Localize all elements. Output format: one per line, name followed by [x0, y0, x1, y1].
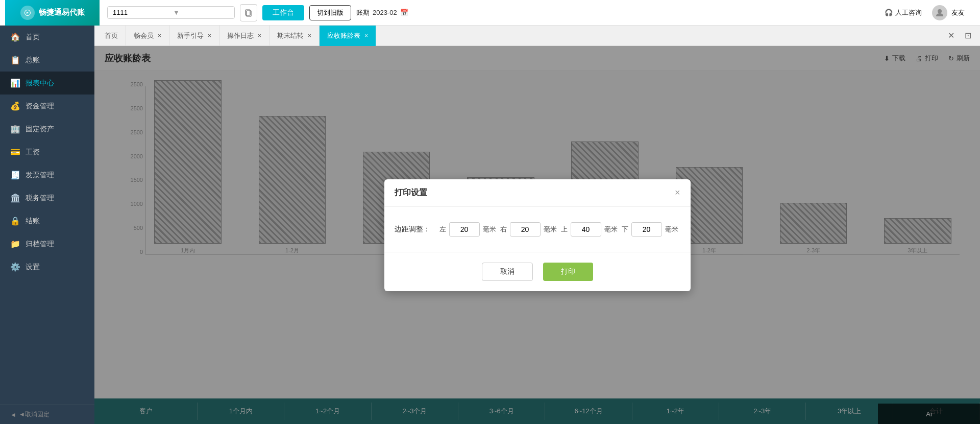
- right-margin-input[interactable]: [510, 222, 541, 237]
- settings-icon: ⚙️: [10, 262, 20, 272]
- sidebar-label-settings: 设置: [26, 263, 40, 272]
- avatar: [932, 5, 947, 20]
- header-middle: 1111 ▼ 工作台 切到旧版 账期 2023-02 📅: [100, 4, 885, 21]
- sidebar-item-tax[interactable]: 🏛️ 税务管理: [0, 186, 94, 209]
- collapse-sidebar-button[interactable]: ◄ ◄取消固定: [0, 405, 94, 424]
- expand-tab-button[interactable]: ⊡: [961, 29, 975, 43]
- modal-title: 打印设置: [395, 187, 427, 198]
- sidebar-item-close[interactable]: 🔒 结账: [0, 209, 94, 232]
- logo-icon: [20, 6, 35, 20]
- sidebar-scroll: 🏠 首页 📋 总账 📊 报表中心 💰 资金管理 🏢 固定资产 💳 工资: [0, 26, 94, 405]
- tab-oplog-close[interactable]: ×: [258, 32, 261, 39]
- calendar-icon[interactable]: 📅: [400, 9, 408, 16]
- margin-label: 边距调整：: [395, 225, 430, 234]
- logo-text: 畅捷通易代账: [39, 8, 85, 17]
- bottom-margin-input[interactable]: [631, 222, 662, 237]
- sidebar-item-home[interactable]: 🏠 首页: [0, 26, 94, 49]
- tab-period-close-close[interactable]: ×: [308, 32, 311, 39]
- close-tab-button[interactable]: ✕: [944, 29, 958, 43]
- tab-oplog[interactable]: 操作日志 ×: [219, 26, 270, 46]
- tab-home[interactable]: 首页: [97, 26, 126, 46]
- sidebar-item-settings[interactable]: ⚙️ 设置: [0, 255, 94, 278]
- archive-icon: 📁: [10, 239, 20, 249]
- tab-home-label: 首页: [105, 31, 118, 40]
- tab-oplog-label: 操作日志: [227, 31, 254, 40]
- company-select[interactable]: 1111 ▼: [107, 6, 235, 19]
- logo: 畅捷通易代账: [5, 0, 100, 26]
- sidebar-item-funds[interactable]: 💰 资金管理: [0, 95, 94, 117]
- tab-guide[interactable]: 新手引导 ×: [169, 26, 219, 46]
- tab-guide-close[interactable]: ×: [208, 32, 211, 39]
- dropdown-arrow-icon: ▼: [173, 9, 229, 16]
- salary-icon: 💳: [10, 147, 20, 157]
- header-right: 🎧 人工咨询 友友: [885, 5, 975, 20]
- sidebar-item-assets[interactable]: 🏢 固定资产: [0, 117, 94, 140]
- tab-bar: 首页 畅会员 × 新手引导 × 操作日志 × 期末结转 × 应收账龄表 ×: [94, 26, 980, 46]
- margin-left-group: 左 毫米: [439, 222, 496, 237]
- assets-icon: 🏢: [10, 124, 20, 134]
- reports-icon: 📊: [10, 78, 20, 88]
- sidebar-item-archive[interactable]: 📁 归档管理: [0, 232, 94, 255]
- user-info[interactable]: 友友: [932, 5, 965, 20]
- period-value: 2023-02: [373, 9, 397, 16]
- sidebar-label-close: 结账: [26, 217, 40, 226]
- tab-period-close[interactable]: 期末结转 ×: [270, 26, 320, 46]
- margin-bottom-group: 下 毫米: [622, 222, 678, 237]
- main-layout: 🏠 首页 📋 总账 📊 报表中心 💰 资金管理 🏢 固定资产 💳 工资: [0, 26, 980, 424]
- tab-member-label: 畅会员: [134, 31, 154, 40]
- top-margin-input[interactable]: [571, 222, 601, 237]
- right-unit: 毫米: [544, 225, 557, 234]
- tab-actions: ✕ ⊡: [944, 29, 977, 43]
- top-header: 畅捷通易代账 1111 ▼ 工作台 切到旧版 账期 2023-02 📅 🎧 人工…: [0, 0, 980, 26]
- sidebar-label-tax: 税务管理: [26, 194, 54, 203]
- home-icon: 🏠: [10, 32, 20, 42]
- collapse-label: ◄取消固定: [19, 410, 50, 419]
- sidebar-label-invoice: 发票管理: [26, 171, 54, 180]
- modal-header: 打印设置 ×: [384, 179, 691, 207]
- tab-aging-label: 应收账龄表: [327, 31, 360, 40]
- consult-button[interactable]: 🎧 人工咨询: [885, 8, 922, 17]
- tab-member[interactable]: 畅会员 ×: [126, 26, 169, 46]
- period-label: 账期: [356, 8, 370, 17]
- margin-settings-row: 边距调整： 左 毫米 右 毫米: [395, 222, 680, 237]
- sidebar-label-home: 首页: [26, 33, 40, 42]
- bottom-unit: 毫米: [665, 225, 678, 234]
- left-margin-input[interactable]: [449, 222, 480, 237]
- tab-guide-label: 新手引导: [177, 31, 204, 40]
- tab-member-close[interactable]: ×: [158, 32, 161, 39]
- sidebar-label-salary: 工资: [26, 148, 40, 157]
- sidebar-label-assets: 固定资产: [26, 125, 54, 134]
- sidebar-item-ledger[interactable]: 📋 总账: [0, 49, 94, 72]
- sidebar-item-invoice[interactable]: 🧾 发票管理: [0, 163, 94, 186]
- tab-aging[interactable]: 应收账龄表 ×: [320, 26, 376, 46]
- copy-button[interactable]: [240, 4, 257, 21]
- modal-footer: 取消 打印: [384, 252, 691, 291]
- top-prefix: 上: [561, 225, 568, 234]
- company-name: 1111: [113, 9, 169, 16]
- user-label: 友友: [951, 8, 965, 17]
- svg-point-2: [938, 9, 942, 13]
- right-prefix: 右: [500, 225, 507, 234]
- sidebar: 🏠 首页 📋 总账 📊 报表中心 💰 资金管理 🏢 固定资产 💳 工资: [0, 26, 94, 424]
- modal-body: 边距调整： 左 毫米 右 毫米: [384, 207, 691, 252]
- content-area: 首页 畅会员 × 新手引导 × 操作日志 × 期末结转 × 应收账龄表 ×: [94, 26, 980, 424]
- workbench-button[interactable]: 工作台: [262, 5, 304, 20]
- funds-icon: 💰: [10, 101, 20, 111]
- tax-icon: 🏛️: [10, 193, 20, 203]
- modal-close-button[interactable]: ×: [675, 187, 680, 198]
- ledger-icon: 📋: [10, 55, 20, 65]
- consult-label: 人工咨询: [895, 8, 922, 17]
- print-settings-modal: 打印设置 × 边距调整： 左 毫米 右: [384, 179, 691, 291]
- cancel-button[interactable]: 取消: [482, 263, 533, 281]
- headset-icon: 🎧: [885, 9, 893, 16]
- sidebar-item-salary[interactable]: 💳 工资: [0, 140, 94, 163]
- period-area: 账期 2023-02 📅: [356, 8, 408, 17]
- sidebar-item-reports[interactable]: 📊 报表中心: [0, 72, 94, 95]
- sidebar-label-reports: 报表中心: [26, 79, 54, 88]
- margin-right-group: 右 毫米: [500, 222, 557, 237]
- bottom-prefix: 下: [622, 225, 628, 234]
- margin-top-group: 上 毫米: [561, 222, 618, 237]
- tab-aging-close[interactable]: ×: [364, 32, 368, 39]
- switch-version-button[interactable]: 切到旧版: [309, 5, 351, 20]
- confirm-print-button[interactable]: 打印: [543, 263, 593, 281]
